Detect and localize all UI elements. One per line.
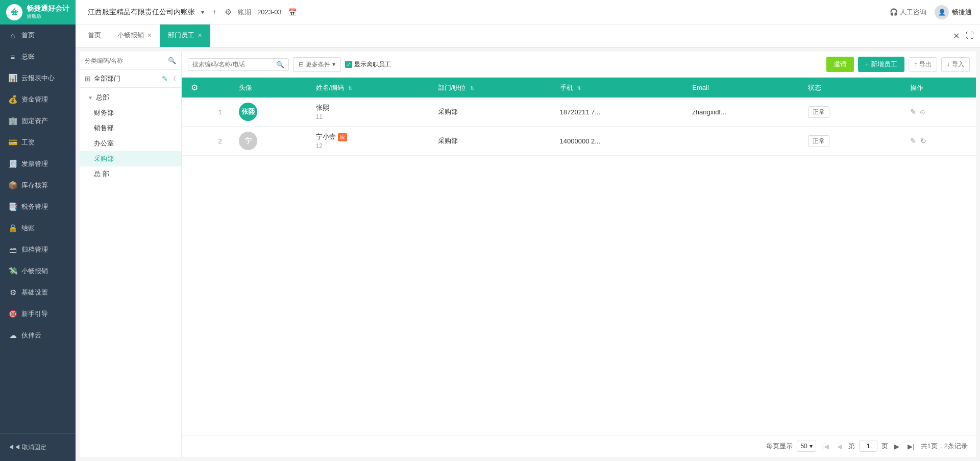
status-badge: 正常 xyxy=(808,106,829,118)
sidebar-item-label: 小畅报销 xyxy=(21,266,48,276)
page-input[interactable] xyxy=(859,441,877,452)
filter-chevron: ▾ xyxy=(332,61,335,68)
company-dropdown-button[interactable]: ▾ xyxy=(201,9,204,16)
sidebar-item-invoice[interactable]: 🧾 发票管理 xyxy=(0,153,76,175)
tab-expense[interactable]: 小畅报销 ✕ xyxy=(109,25,160,47)
sidebar-item-label: 库存核算 xyxy=(21,181,48,190)
col-phone[interactable]: 手机 ⇅ xyxy=(554,78,687,98)
show-resigned-checkbox[interactable]: ✓ xyxy=(345,61,352,68)
assets-icon: 🏢 xyxy=(8,116,17,126)
employee-code: 12 xyxy=(316,142,426,150)
partner-icon: ☁ xyxy=(8,331,17,340)
tab-home[interactable]: 首页 xyxy=(80,25,109,47)
row-settings-cell xyxy=(182,127,207,156)
col-status: 状态 xyxy=(802,78,904,98)
last-page-button[interactable]: ▶| xyxy=(905,442,916,451)
add-company-button[interactable]: ＋ xyxy=(210,7,218,17)
tab-close-department[interactable]: ✕ xyxy=(198,32,202,39)
tree-node-sales[interactable]: 销售部 xyxy=(80,120,181,136)
sidebar-item-expense[interactable]: 💸 小畅报销 xyxy=(0,260,76,282)
tab-bar-actions: ✕ ⛶ xyxy=(951,29,976,43)
sidebar-item-archive[interactable]: 🗃 归档管理 xyxy=(0,239,76,260)
col-ops: 操作 xyxy=(904,78,976,98)
tree-node-purchase[interactable]: 采购部 xyxy=(80,151,181,166)
table-row: 1 张熙 张熙 11 采购部 18720211 7... zhangxidf..… xyxy=(182,98,976,127)
edit-icon[interactable]: ✎ xyxy=(910,137,916,145)
sidebar-item-salary[interactable]: 💳 工资 xyxy=(0,132,76,153)
sidebar-item-reports[interactable]: 📊 云报表中心 xyxy=(0,67,76,89)
sidebar-item-label: 固定资产 xyxy=(21,116,48,126)
invite-button[interactable]: 邀请 xyxy=(826,57,854,72)
tree-nodes: ▼ 总部 财务部 销售部 办公室 采购部 xyxy=(80,88,181,457)
sidebar-item-assets[interactable]: 🏢 固定资产 xyxy=(0,110,76,132)
tree-search-input[interactable] xyxy=(85,57,166,64)
search-input[interactable] xyxy=(192,61,274,68)
tree-node-office[interactable]: 办公室 xyxy=(80,136,181,151)
sidebar-item-close[interactable]: 🔒 结账 xyxy=(0,217,76,239)
reports-icon: 📊 xyxy=(8,74,17,83)
row-phone-cell: 14000000 2... xyxy=(554,127,687,156)
first-page-button[interactable]: |◀ xyxy=(820,442,831,451)
prev-page-button[interactable]: ◀ xyxy=(835,442,844,451)
inventory-icon: 📦 xyxy=(8,181,17,190)
logo-icon: 会 xyxy=(6,4,22,20)
row-avatar-cell: 张熙 xyxy=(233,98,310,127)
row-dept-cell: 采购部 xyxy=(432,98,554,127)
next-page-button[interactable]: ▶ xyxy=(892,442,901,451)
add-employee-button[interactable]: + 新增员工 xyxy=(858,57,904,72)
sidebar-item-label: 伙伴云 xyxy=(21,331,41,340)
guide-icon: 🎯 xyxy=(8,309,17,319)
sidebar-item-home[interactable]: ⌂ 首页 xyxy=(0,25,76,46)
edit-icon[interactable]: ✎ xyxy=(910,108,916,116)
settings-button[interactable]: ⚙ xyxy=(225,7,232,17)
employee-table: ⚙ 头像 姓名/编码 ⇅ xyxy=(182,78,976,156)
tab-close-expense[interactable]: ✕ xyxy=(147,32,152,39)
filter-button[interactable]: ⊟ 更多条件 ▾ xyxy=(293,57,341,72)
sidebar-item-tax[interactable]: 📑 税务管理 xyxy=(0,196,76,217)
tab-close-button[interactable]: ✕ xyxy=(951,29,962,43)
export-icon: ↑ xyxy=(914,61,917,68)
calendar-icon[interactable]: 📅 xyxy=(288,8,297,16)
salary-icon: 💳 xyxy=(8,138,17,147)
sidebar-item-ledger[interactable]: ≡ 总账 xyxy=(0,46,76,67)
unpin-button[interactable]: ◀◀ 取消固定 xyxy=(0,438,76,457)
col-name[interactable]: 姓名/编码 ⇅ xyxy=(310,78,432,98)
logo-area: 会 畅捷通好会计 旗舰版 xyxy=(0,0,76,25)
archive-icon: 🗃 xyxy=(8,246,17,254)
search-icon[interactable]: 🔍 xyxy=(276,61,284,68)
home-icon: ⌂ xyxy=(8,31,17,40)
row-dept-cell: 采购部 xyxy=(432,127,554,156)
table-row: 2 宁 宁小壹应 12 采购部 14000000 2... 正常 ✎ xyxy=(182,127,976,156)
tab-expand-button[interactable]: ⛶ xyxy=(964,29,976,42)
table-header-row: ⚙ 头像 姓名/编码 ⇅ xyxy=(182,78,976,98)
col-dept[interactable]: 部门/职位 ⇅ xyxy=(432,78,554,98)
app-sub: 旗舰版 xyxy=(27,13,69,20)
tree-node-finance[interactable]: 财务部 xyxy=(80,105,181,120)
sidebar-item-settings[interactable]: ⚙ 基础设置 xyxy=(0,282,76,303)
main-layout: ⌂ 首页 ≡ 总账 📊 云报表中心 💰 资金管理 🏢 固定资产 💳 工资 🧾 发… xyxy=(0,25,980,461)
export-button[interactable]: ↑ 导出 xyxy=(909,57,937,72)
tree-node-hq[interactable]: ▼ 总部 xyxy=(80,90,181,105)
sidebar-item-funds[interactable]: 💰 资金管理 xyxy=(0,89,76,110)
sidebar-item-partner[interactable]: ☁ 伙伴云 xyxy=(0,325,76,346)
sidebar-item-label: 基础设置 xyxy=(21,288,48,297)
tree-collapse-button[interactable]: 《 xyxy=(170,75,176,83)
show-resigned: ✓ 显示离职员工 xyxy=(345,60,391,69)
page-label: 第 xyxy=(848,442,855,451)
user-area[interactable]: 👤 畅捷通 xyxy=(935,5,972,19)
employee-code: 11 xyxy=(316,113,426,120)
tree-search-icon[interactable]: 🔍 xyxy=(168,57,176,64)
delete-icon[interactable]: ↻ xyxy=(920,137,926,145)
import-button[interactable]: ↓ 导入 xyxy=(941,57,970,72)
sidebar-item-label: 发票管理 xyxy=(21,159,48,168)
row-email-cell: zhangxidf... xyxy=(686,98,802,127)
page-size-dropdown[interactable]: 50 ▾ xyxy=(797,441,816,452)
tree-edit-button[interactable]: ✎ xyxy=(162,75,168,83)
sidebar-item-guide[interactable]: 🎯 新手引导 xyxy=(0,303,76,325)
sidebar-item-inventory[interactable]: 📦 库存核算 xyxy=(0,175,76,196)
tree-node-general[interactable]: 总 部 xyxy=(80,166,181,182)
delete-icon[interactable]: ⎋ xyxy=(920,108,924,116)
settings-gear-icon[interactable]: ⚙ xyxy=(191,83,198,92)
service-button[interactable]: 🎧 人工咨询 xyxy=(890,8,926,17)
tab-department[interactable]: 部门员工 ✕ xyxy=(160,25,210,47)
